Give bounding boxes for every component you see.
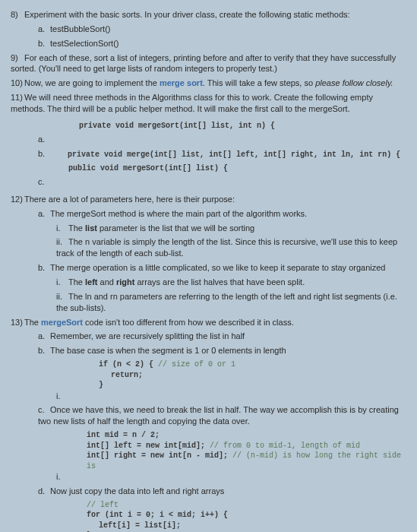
q12-num: 12): [11, 194, 24, 205]
question-8: 8)Experiment with the basic sorts. In yo…: [11, 9, 406, 21]
q12-b-i-2: arrays are the list halves that have bee…: [134, 277, 305, 287]
q11-a-code: private void mergeSort(int[] list, int n…: [11, 121, 406, 131]
q8-num: 8): [11, 9, 24, 21]
q13-d: d.Now just copy the data into left and r…: [11, 486, 406, 497]
q12-a-text: The mergeSort method is where the main p…: [50, 209, 307, 218]
q12-a-i: i.The list parameter is the list that we…: [11, 223, 406, 234]
q12-b-i-right: right: [116, 277, 134, 287]
q9-num: 9): [11, 52, 24, 64]
q13-a-text: Remember, we are recursively splitting t…: [50, 331, 245, 340]
question-11: 11)We will need three methods in the Alg…: [11, 92, 406, 115]
q13-b-label: b.: [38, 345, 50, 356]
q12-a: a.The mergeSort method is where the main…: [11, 208, 406, 220]
q12-a-ii-text: The n variable is simply the length of t…: [56, 237, 397, 258]
q10-merge-sort: merge sort: [160, 78, 203, 87]
q12-a-i-list: list: [85, 223, 97, 233]
q12-a-ii-label: ii.: [56, 236, 68, 248]
q13-c-code-1: int mid = n / 2;: [11, 430, 406, 441]
q12-b-i-label: i.: [56, 277, 68, 288]
q10-follow: please follow closely.: [315, 78, 393, 87]
q13-c-i-label: i.: [11, 471, 406, 483]
question-13: 13)The mergeSort code isn't too differen…: [11, 317, 406, 328]
q8-b-text: testSelectionSort(): [50, 39, 118, 48]
q12-a-label: a.: [38, 208, 50, 220]
q13-c-code-2: int[] left = new int[mid]; // from 0 to …: [11, 441, 406, 451]
q13-t2: code isn't too different from how we des…: [83, 318, 294, 327]
q10-t1: Now, we are going to implement the: [24, 78, 160, 87]
q12-b-label: b.: [38, 262, 50, 274]
q8-a: a.testBubbleSort(): [11, 24, 406, 35]
q12-text: There are a lot of parameters here, here…: [24, 195, 235, 204]
q12-b: b.The merge operation is a little compli…: [11, 262, 406, 274]
q12-b-i-1: The: [68, 277, 85, 287]
q13-b-code-2: return;: [11, 370, 406, 381]
q13-d-code-2: left[i] = list[i];: [11, 521, 406, 531]
q13-d-code-1: for (int i = 0; i < mid; i++) {: [11, 510, 406, 521]
q13-d-label: d.: [38, 486, 50, 497]
q11-a-label: a.: [11, 134, 406, 145]
q13-b: b.The base case is when the segment is 1…: [11, 345, 406, 356]
q12-b-i-left: left: [85, 277, 98, 287]
q13-d-comment-1: // left: [11, 500, 406, 511]
q13-b-code-1: if (n < 2) { // size of 0 or 1: [11, 359, 406, 370]
q12-b-i-and: and: [98, 277, 116, 287]
q12-b-i: i.The left and right arrays are the list…: [11, 277, 406, 288]
q11-num: 11): [11, 92, 24, 103]
q11-b-label: b.: [38, 148, 50, 160]
question-9: 9)For each of these, sort a list of inte…: [11, 52, 406, 75]
q12-a-i-1: The: [68, 223, 85, 233]
q9-text: For each of these, sort a list of intege…: [11, 53, 396, 74]
q8-b: b.testSelectionSort(): [11, 38, 406, 49]
q12-b-ii-text: The ln and rn parameters are referring t…: [56, 292, 397, 312]
q13-b-text: The base case is when the segment is 1 o…: [50, 346, 286, 355]
q12-b-text: The merge operation is a little complica…: [50, 263, 385, 272]
q13-b-code-3: }: [11, 380, 406, 391]
q8-a-label: a.: [38, 24, 50, 35]
q8-text: Experiment with the basic sorts. In your…: [24, 10, 350, 19]
q13-a: a.Remember, we are recursively splitting…: [11, 331, 406, 342]
question-10: 10)Now, we are going to implement the me…: [11, 78, 406, 89]
q13-b-i-label: i.: [11, 391, 406, 402]
q10-num: 10): [11, 78, 24, 89]
q13-c: c.Once we have this, we need to break th…: [11, 404, 406, 427]
q8-b-label: b.: [38, 38, 50, 49]
q13-c-label: c.: [38, 404, 50, 416]
q12-a-i-label: i.: [56, 223, 68, 234]
q11-text: We will need three methods in the Algori…: [11, 93, 373, 113]
q13-c-code-3: int[] right = new int[n - mid]; // (n-mi…: [11, 451, 406, 471]
q8-a-text: testBubbleSort(): [50, 24, 110, 33]
q12-b-ii: ii.The ln and rn parameters are referrin…: [11, 291, 406, 314]
q13-num: 13): [11, 317, 24, 328]
question-12: 12)There are a lot of parameters here, h…: [11, 194, 406, 205]
q12-a-i-2: parameter is the list that we will be so…: [97, 223, 254, 233]
q13-c-text: Once we have this, we need to break the …: [38, 405, 399, 426]
q12-b-ii-label: ii.: [56, 291, 68, 302]
q11-c-label: c.: [11, 176, 406, 188]
q11-c-code: public void mergeSort(int[] list) {: [11, 163, 406, 174]
q13-t1: The: [24, 318, 41, 327]
q13-d-text: Now just copy the data into left and rig…: [50, 486, 224, 496]
q11-b: b. private void merge(int[] list, int[] …: [11, 148, 406, 160]
q13-mergeSort: mergeSort: [41, 318, 83, 327]
q13-a-label: a.: [38, 331, 50, 342]
q12-a-ii: ii.The n variable is simply the length o…: [11, 236, 406, 259]
q10-t2: . This will take a few steps, so: [203, 78, 315, 87]
q11-b-code: private void merge(int[] list, int[] lef…: [68, 150, 400, 159]
